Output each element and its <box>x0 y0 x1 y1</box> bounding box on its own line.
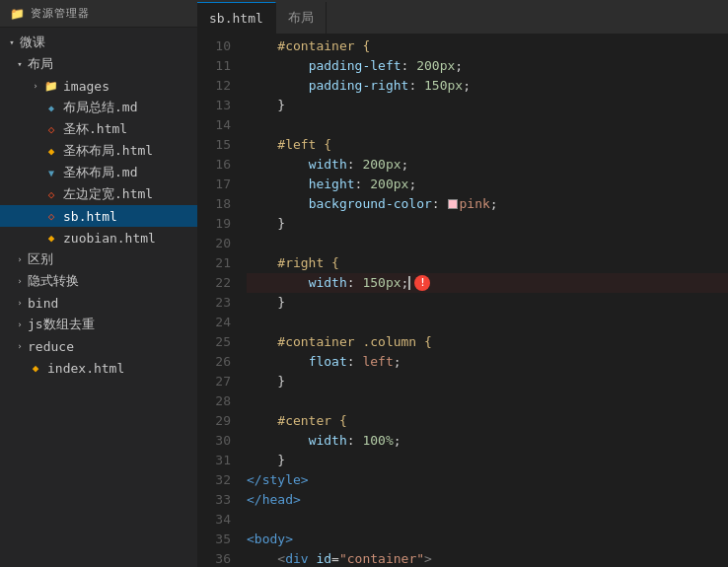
code-line-15: #left { <box>247 135 728 155</box>
code-line-17: height: 200px; <box>247 175 728 194</box>
chevron-right-icon: › <box>28 78 43 94</box>
sidebar-item-zuobian[interactable]: ◆ zuobian.html <box>0 227 197 248</box>
sidebar-zuobian-label: zuobian.html <box>63 231 156 246</box>
code-line-26: float: left; <box>247 352 728 372</box>
sidebar-zuobiankuan-label: 左边定宽.html <box>63 185 153 203</box>
folder-icon: 📁 <box>43 78 59 94</box>
sidebar-shengbei-label: 圣杯.html <box>63 120 127 138</box>
code-line-34 <box>247 510 728 530</box>
code-line-13: } <box>247 96 728 115</box>
code-line-19: } <box>247 214 728 234</box>
sidebar-item-buju[interactable]: ▾ 布局 <box>0 53 197 75</box>
md-blue-icon: ▼ <box>43 165 59 180</box>
code-lines[interactable]: #container { padding-left: 200px; paddin… <box>239 35 728 567</box>
code-line-28 <box>247 391 728 411</box>
sidebar-shengbei-buju-md-label: 圣杯布局.md <box>63 164 137 181</box>
sidebar-item-qubie[interactable]: › 区别 <box>0 248 197 270</box>
code-line-32: </style> <box>247 470 728 490</box>
code-line-20 <box>247 234 728 253</box>
tab-buju[interactable]: 布局 <box>276 2 327 34</box>
html-diamond-icon: ◆ <box>43 143 59 159</box>
sidebar-item-shengbei[interactable]: ◇ 圣杯.html <box>0 118 197 140</box>
sidebar-item-buju-summary[interactable]: ◆ 布局总结.md <box>0 97 197 118</box>
line-numbers: 10 11 12 13 14 15 16 17 18 19 20 21 22 2… <box>197 35 239 567</box>
sidebar-item-js-quzhong[interactable]: › js数组去重 <box>0 314 197 335</box>
code-line-27: } <box>247 372 728 391</box>
sidebar-bind-label: bind <box>28 296 58 311</box>
chevron-right-icon5: › <box>12 317 28 332</box>
code-line-23: } <box>247 293 728 313</box>
html-icon3: ◇ <box>43 208 59 224</box>
sidebar-index-label: index.html <box>47 361 124 376</box>
sidebar-sb-html-label: sb.html <box>63 209 117 224</box>
code-line-24 <box>247 313 728 332</box>
sidebar-title: 资源管理器 <box>31 6 90 21</box>
code-line-14 <box>247 115 728 135</box>
html-diamond-icon2: ◆ <box>43 230 59 246</box>
sidebar-images-label: images <box>63 79 109 94</box>
code-line-25: #container .column { <box>247 332 728 352</box>
code-line-11: padding-left: 200px; <box>247 56 728 76</box>
code-line-30: width: 100%; <box>247 431 728 451</box>
chevron-right-icon2: › <box>12 251 28 267</box>
code-line-33: </head> <box>247 490 728 510</box>
code-line-36: <div id="container"> <box>247 549 728 567</box>
sidebar-item-zuobiankuan[interactable]: ◇ 左边定宽.html <box>0 183 197 205</box>
sidebar-qubie-label: 区别 <box>28 250 53 268</box>
sidebar-header: 📁 资源管理器 <box>0 0 197 28</box>
sidebar: 📁 资源管理器 ▾ 微课 ▾ 布局 › 📁 images ◆ 布局总结.md ◇… <box>0 0 197 567</box>
text-cursor <box>408 276 410 290</box>
sidebar-wike-label: 微课 <box>20 34 45 51</box>
sidebar-reduce-label: reduce <box>28 339 74 354</box>
sidebar-item-yinshi[interactable]: › 隐式转换 <box>0 270 197 292</box>
code-line-22: width: 150px; ! <box>247 273 728 293</box>
explorer-icon: 📁 <box>10 7 25 21</box>
code-line-16: width: 200px; <box>247 155 728 175</box>
sidebar-buju-label: 布局 <box>28 55 53 73</box>
html-icon: ◇ <box>43 121 59 137</box>
tab-sb-html[interactable]: sb.html <box>197 2 276 34</box>
sidebar-item-wike[interactable]: ▾ 微课 <box>0 32 197 53</box>
chevron-right-icon6: › <box>12 338 28 354</box>
chevron-down-icon: ▾ <box>12 56 28 72</box>
markdown-icon: ◆ <box>43 100 59 115</box>
editor-content: 10 11 12 13 14 15 16 17 18 19 20 21 22 2… <box>197 35 728 567</box>
code-line-12: padding-right: 150px; <box>247 76 728 96</box>
sidebar-yinshi-label: 隐式转换 <box>28 272 79 290</box>
tab-buju-label: 布局 <box>288 9 314 27</box>
sidebar-item-sb-html[interactable]: ◇ sb.html <box>0 205 197 227</box>
sidebar-item-shengbei-buju-md[interactable]: ▼ 圣杯布局.md <box>0 162 197 183</box>
tab-sb-html-label: sb.html <box>209 11 263 26</box>
code-line-35: <body> <box>247 530 728 549</box>
chevron-down-icon: ▾ <box>4 35 20 50</box>
sidebar-item-reduce[interactable]: › reduce <box>0 335 197 357</box>
code-line-31: } <box>247 451 728 470</box>
editor-tabs: sb.html 布局 <box>197 0 728 35</box>
code-line-18: background-color: pink; <box>247 194 728 214</box>
sidebar-item-shengbei-buju[interactable]: ◆ 圣杯布局.html <box>0 140 197 162</box>
code-line-21: #right { <box>247 253 728 273</box>
sidebar-buju-summary-label: 布局总结.md <box>63 99 137 116</box>
editor: sb.html 布局 10 11 12 13 14 15 16 17 18 19… <box>197 0 728 567</box>
sidebar-js-quzhong-label: js数组去重 <box>28 316 95 333</box>
code-line-29: #center { <box>247 411 728 431</box>
file-tree: ▾ 微课 ▾ 布局 › 📁 images ◆ 布局总结.md ◇ 圣杯.html… <box>0 28 197 567</box>
code-line-10: #container { <box>247 36 728 56</box>
sidebar-item-images[interactable]: › 📁 images <box>0 75 197 97</box>
sidebar-shengbei-buju-label: 圣杯布局.html <box>63 142 153 160</box>
html-diamond-icon3: ◆ <box>28 360 43 376</box>
error-indicator: ! <box>414 275 430 291</box>
html-icon2: ◇ <box>43 186 59 202</box>
sidebar-item-index[interactable]: ◆ index.html <box>0 357 197 379</box>
chevron-right-icon3: › <box>12 273 28 289</box>
chevron-right-icon4: › <box>12 295 28 311</box>
sidebar-item-bind[interactable]: › bind <box>0 292 197 314</box>
